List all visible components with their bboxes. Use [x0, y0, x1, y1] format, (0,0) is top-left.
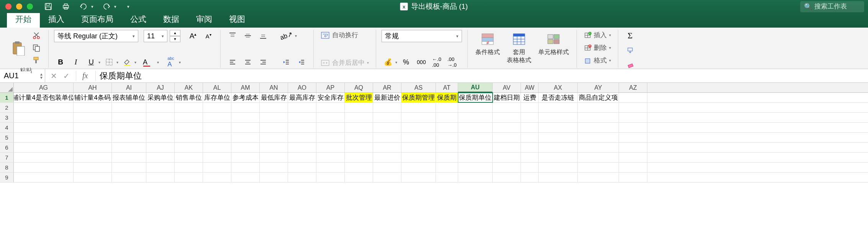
font-size-stepper[interactable]: ▲▼	[170, 30, 180, 42]
cell-AL4[interactable]	[203, 123, 231, 132]
column-header-AY[interactable]: AY	[578, 83, 619, 92]
column-header-AS[interactable]: AS	[401, 83, 436, 92]
column-header-AM[interactable]: AM	[231, 83, 260, 92]
cell-AY4[interactable]	[578, 123, 619, 132]
cell-AZ4[interactable]	[619, 123, 647, 132]
cell-AW9[interactable]	[521, 173, 539, 182]
cell-AP9[interactable]	[316, 173, 345, 182]
cell-AY2[interactable]	[578, 103, 619, 112]
cell-AS5[interactable]	[401, 133, 436, 142]
row-header-8[interactable]: 8	[0, 163, 14, 172]
cell-AI4[interactable]	[112, 123, 146, 132]
cell-AL7[interactable]	[203, 153, 231, 162]
decrease-indent-icon[interactable]	[280, 56, 293, 68]
formula-input[interactable]	[96, 71, 868, 81]
cell-AG7[interactable]	[14, 153, 74, 162]
column-header-AX[interactable]: AX	[539, 83, 578, 92]
name-box[interactable]: ▲▼	[0, 69, 45, 82]
cell-AK9[interactable]	[175, 173, 203, 182]
phonetic-button[interactable]: abcA	[164, 56, 177, 68]
cell-AM3[interactable]	[231, 113, 260, 122]
search-box[interactable]: 🔍	[800, 1, 864, 12]
undo-dropdown-icon[interactable]: ▾	[91, 4, 93, 9]
fill-icon[interactable]	[624, 44, 637, 56]
column-header-AW[interactable]: AW	[521, 83, 539, 92]
cell-AR2[interactable]	[373, 103, 401, 112]
bold-button[interactable]: B	[54, 56, 67, 68]
cell-AW1[interactable]: 运费	[521, 93, 539, 102]
format-cells-button[interactable]: 格式▾	[582, 55, 613, 66]
column-header-AN[interactable]: AN	[260, 83, 288, 92]
cell-AO8[interactable]	[288, 163, 316, 172]
cell-AK8[interactable]	[175, 163, 203, 172]
cell-AT2[interactable]	[436, 103, 458, 112]
redo-dropdown-icon[interactable]: ▾	[114, 4, 116, 9]
redo-icon[interactable]	[102, 2, 111, 11]
cell-AO6[interactable]	[288, 143, 316, 152]
cell-AI8[interactable]	[112, 163, 146, 172]
cell-AZ7[interactable]	[619, 153, 647, 162]
cell-AV6[interactable]	[493, 143, 521, 152]
column-header-AL[interactable]: AL	[203, 83, 231, 92]
cell-AM9[interactable]	[231, 173, 260, 182]
number-format-combo[interactable]: 常规▾	[382, 30, 462, 42]
cell-AR6[interactable]	[373, 143, 401, 152]
column-header-AI[interactable]: AI	[112, 83, 146, 92]
row-header-1[interactable]: 1	[0, 93, 14, 102]
cell-AZ2[interactable]	[619, 103, 647, 112]
align-center-icon[interactable]	[241, 56, 254, 68]
underline-button[interactable]: U	[85, 56, 98, 68]
cell-AW6[interactable]	[521, 143, 539, 152]
column-header-AQ[interactable]: AQ	[345, 83, 373, 92]
cell-AK6[interactable]	[175, 143, 203, 152]
cell-AM6[interactable]	[231, 143, 260, 152]
cell-AI6[interactable]	[112, 143, 146, 152]
cell-AQ9[interactable]	[345, 173, 373, 182]
save-icon[interactable]	[44, 2, 53, 11]
cell-AM5[interactable]	[231, 133, 260, 142]
cell-AW4[interactable]	[521, 123, 539, 132]
cell-AL3[interactable]	[203, 113, 231, 122]
cell-AH3[interactable]	[74, 113, 112, 122]
tab-开始[interactable]: 开始	[7, 11, 40, 28]
merge-center-button[interactable]: 合并后居中 ▾	[319, 58, 370, 68]
cell-AQ4[interactable]	[345, 123, 373, 132]
cell-AG9[interactable]	[14, 173, 74, 182]
cell-AP8[interactable]	[316, 163, 345, 172]
cell-AP3[interactable]	[316, 113, 345, 122]
cell-AZ3[interactable]	[619, 113, 647, 122]
cell-AP1[interactable]: 安全库存	[316, 93, 345, 102]
cell-AH5[interactable]	[74, 133, 112, 142]
cell-AY9[interactable]	[578, 173, 619, 182]
zoom-window-button[interactable]	[27, 3, 33, 10]
cell-AG3[interactable]	[14, 113, 74, 122]
cancel-formula-icon[interactable]: ✕	[51, 71, 57, 81]
cell-AU3[interactable]	[458, 113, 493, 122]
cell-AG2[interactable]	[14, 103, 74, 112]
row-header-5[interactable]: 5	[0, 133, 14, 142]
cell-AZ9[interactable]	[619, 173, 647, 182]
cell-AN1[interactable]: 最低库存	[260, 93, 288, 102]
cell-AS4[interactable]	[401, 123, 436, 132]
cell-AQ8[interactable]	[345, 163, 373, 172]
column-header-AZ[interactable]: AZ	[619, 83, 647, 92]
row-header-3[interactable]: 3	[0, 113, 14, 122]
cell-AN2[interactable]	[260, 103, 288, 112]
border-button[interactable]	[103, 56, 116, 68]
cell-AQ6[interactable]	[345, 143, 373, 152]
cell-AG4[interactable]	[14, 123, 74, 132]
cell-AK5[interactable]	[175, 133, 203, 142]
cell-AO7[interactable]	[288, 153, 316, 162]
cell-AW3[interactable]	[521, 113, 539, 122]
cell-AM1[interactable]: 参考成本	[231, 93, 260, 102]
cell-AT1[interactable]: 保质期	[436, 93, 458, 102]
cell-AR7[interactable]	[373, 153, 401, 162]
increase-indent-icon[interactable]	[295, 56, 308, 68]
cell-AO3[interactable]	[288, 113, 316, 122]
currency-icon[interactable]: 💰	[382, 56, 395, 68]
cell-AX8[interactable]	[539, 163, 578, 172]
tab-数据[interactable]: 数据	[155, 11, 188, 28]
cell-AJ7[interactable]	[146, 153, 175, 162]
cell-AP2[interactable]	[316, 103, 345, 112]
cell-AS8[interactable]	[401, 163, 436, 172]
